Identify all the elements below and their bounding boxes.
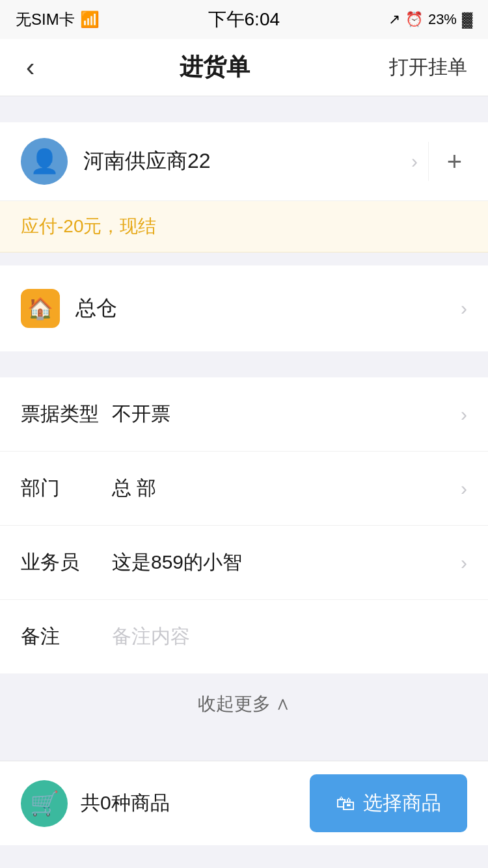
section-gap-4	[0, 735, 488, 748]
form-section: 票据类型 不开票 › 部门 总 部 › 业务员 这是859的小智 › 备注 备注…	[0, 377, 488, 673]
notice-bar: 应付-20元，现结	[0, 201, 488, 252]
collapse-button[interactable]: 收起更多 ∧	[0, 673, 488, 735]
section-gap-2	[0, 252, 488, 265]
alarm-icon: ⏰	[405, 11, 423, 28]
invoice-type-chevron-icon: ›	[461, 403, 467, 426]
battery-icon: ▓	[462, 11, 472, 28]
notice-text: 应付-20元，现结	[21, 216, 156, 236]
page-title: 进货单	[180, 51, 250, 83]
select-goods-label: 选择商品	[363, 790, 441, 817]
wifi-icon: 📶	[80, 10, 100, 29]
warehouse-chevron-icon: ›	[461, 297, 467, 319]
page-background	[0, 845, 488, 868]
department-label: 部门	[21, 475, 112, 502]
nav-bar: ‹ 进货单 打开挂单	[0, 39, 488, 96]
remark-row[interactable]: 备注 备注内容	[0, 600, 488, 673]
supplier-name: 河南供应商22	[83, 147, 411, 176]
invoice-type-label: 票据类型	[21, 401, 112, 427]
status-right: ↗ ⏰ 23% ▓	[388, 11, 472, 28]
battery-text: 23%	[428, 11, 457, 28]
goods-count-text: 共0种商品	[81, 790, 297, 817]
select-goods-button[interactable]: 🛍 选择商品	[310, 774, 467, 832]
salesperson-label: 业务员	[21, 549, 112, 576]
warehouse-icon: 🏠	[21, 289, 60, 328]
warehouse-section: 🏠 总仓 ›	[0, 265, 488, 351]
supplier-chevron-icon: ›	[411, 150, 418, 172]
supplier-avatar-icon: 👤	[30, 148, 59, 175]
department-chevron-icon: ›	[461, 478, 467, 500]
cart-symbol: 🛒	[30, 790, 59, 817]
department-row[interactable]: 部门 总 部 ›	[0, 452, 488, 526]
warehouse-label: 总仓	[75, 294, 461, 323]
cart-icon: 🛒	[21, 780, 68, 827]
salesperson-chevron-icon: ›	[461, 552, 467, 574]
supplier-avatar: 👤	[21, 138, 68, 185]
section-gap-1	[0, 96, 488, 109]
supplier-row[interactable]: 👤 河南供应商22 › +	[0, 122, 488, 201]
bottom-bar: 🛒 共0种商品 🛍 选择商品	[0, 761, 488, 845]
open-pending-button[interactable]: 打开挂单	[389, 54, 467, 81]
invoice-type-value: 不开票	[112, 401, 461, 427]
status-left: 无SIM卡 📶	[16, 9, 100, 30]
carrier-text: 无SIM卡	[16, 9, 75, 30]
remark-value: 备注内容	[112, 623, 467, 650]
location-icon: ↗	[388, 11, 400, 28]
supplier-add-button[interactable]: +	[428, 142, 467, 181]
salesperson-value: 这是859的小智	[112, 549, 461, 576]
status-bar: 无SIM卡 📶 下午6:04 ↗ ⏰ 23% ▓	[0, 0, 488, 39]
salesperson-row[interactable]: 业务员 这是859的小智 ›	[0, 526, 488, 600]
collapse-label: 收起更多 ∧	[198, 692, 291, 716]
department-value: 总 部	[112, 475, 461, 502]
select-goods-icon: 🛍	[336, 793, 355, 815]
invoice-type-row[interactable]: 票据类型 不开票 ›	[0, 377, 488, 452]
status-time: 下午6:04	[208, 7, 280, 32]
back-button[interactable]: ‹	[21, 47, 40, 87]
section-gap-3	[0, 351, 488, 364]
warehouse-row[interactable]: 🏠 总仓 ›	[0, 265, 488, 351]
supplier-section: 👤 河南供应商22 › + 应付-20元，现结	[0, 122, 488, 252]
remark-label: 备注	[21, 623, 112, 650]
